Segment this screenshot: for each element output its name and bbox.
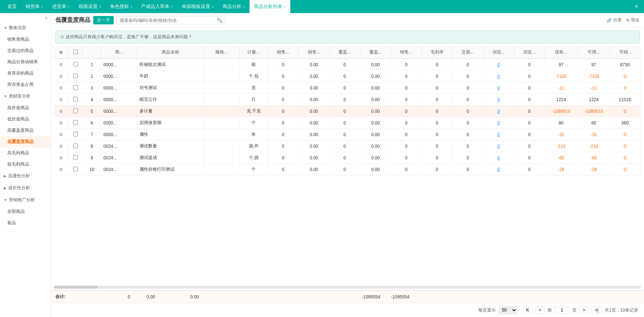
next-page-button[interactable]: > [580, 306, 589, 314]
row-checkbox-cell[interactable] [68, 164, 82, 175]
settings-cell[interactable]: ⚙ [54, 117, 68, 129]
row-browse1-cell[interactable]: 0 [483, 106, 514, 117]
prev-page-button[interactable]: < [535, 306, 545, 314]
row-checkbox-cell[interactable] [68, 152, 82, 164]
row-checkbox[interactable] [73, 74, 78, 78]
browse1-col-header[interactable]: 浏览... [483, 46, 514, 59]
sidebar-section-overall[interactable]: ▼ 整体信息 [0, 22, 51, 34]
nav-product-analysis-list[interactable]: 商品分析列表 × [250, 0, 290, 13]
nav-close-icon[interactable]: × [243, 5, 245, 9]
row-checkbox[interactable] [73, 155, 78, 160]
settings-cell[interactable]: ⚙ [54, 152, 68, 164]
sidebar-item-category-rate[interactable]: 商品分类动销率 [0, 56, 51, 68]
row-browse1-cell[interactable]: 0 [483, 71, 514, 82]
row-browse1-cell[interactable]: 0 [483, 129, 514, 140]
scrollbar-thumb[interactable] [54, 286, 98, 289]
settings-col-header[interactable]: ⚙ [54, 46, 68, 59]
nav-home[interactable]: 首页 [3, 0, 21, 13]
nav-close-icon[interactable]: × [68, 5, 70, 9]
share-button[interactable]: 🔗 分享 [606, 17, 622, 23]
row-browse1-cell[interactable]: 0 [483, 140, 514, 152]
nav-role-auth[interactable]: 角色授权 × [106, 0, 137, 13]
row-checkbox[interactable] [73, 85, 78, 90]
row-browse1-cell[interactable]: 0 [483, 59, 514, 71]
sidebar-item-low-coverage[interactable]: 低覆盖度商品 [0, 136, 51, 147]
row-checkbox[interactable] [73, 97, 78, 102]
date-filter-button[interactable]: 近一月 [93, 16, 114, 24]
sales-qty-col-header[interactable]: 销售... [268, 46, 298, 59]
sidebar-item-new-goods[interactable]: 新品 [0, 217, 51, 229]
current-col-header[interactable]: 现有... [545, 46, 578, 59]
sidebar-item-in-stock[interactable]: 有库存的商品 [0, 68, 51, 79]
row-browse1-cell[interactable]: 0 [483, 152, 514, 164]
horizontal-scrollbar[interactable] [54, 286, 641, 289]
row-checkbox[interactable] [73, 120, 78, 125]
unit-col-header[interactable]: 计量... [240, 46, 268, 59]
row-checkbox-cell[interactable] [68, 94, 82, 106]
row-checkbox[interactable] [73, 108, 78, 113]
row-checkbox[interactable] [73, 143, 78, 148]
browse2-col-header[interactable]: 浏览... [514, 46, 545, 59]
row-checkbox-cell[interactable] [68, 106, 82, 117]
sidebar-item-all-goods[interactable]: 全部商品 [0, 206, 51, 217]
sidebar-section-circulation[interactable]: ▶ 流通性分析 [0, 170, 51, 182]
export-button[interactable]: ↻ 导出 [626, 17, 640, 23]
row-checkbox-cell[interactable] [68, 129, 82, 140]
cover2-col-header[interactable]: 覆盖... [360, 46, 391, 59]
nav-close-icon[interactable]: × [284, 5, 286, 9]
code-col-header[interactable]: 商... [101, 46, 137, 59]
checkbox-col-header[interactable] [68, 46, 82, 59]
last-page-button[interactable]: >| [592, 306, 602, 314]
sales3-col-header[interactable]: 销售... [391, 46, 421, 59]
row-checkbox-cell[interactable] [68, 140, 82, 152]
sidebar-section-growth[interactable]: ▶ 成长性分析 [0, 182, 51, 194]
row-checkbox[interactable] [73, 167, 78, 171]
nav-close-icon[interactable]: × [130, 5, 133, 9]
nav-close-icon[interactable]: × [171, 5, 173, 9]
settings-cell[interactable]: ⚙ [54, 106, 68, 117]
search-icon[interactable]: 🔍 [217, 17, 223, 23]
first-page-button[interactable]: K [523, 306, 533, 314]
sidebar-section-wealth[interactable]: ▼ 类财富分析 [0, 90, 51, 102]
row-browse1-cell[interactable]: 0 [483, 94, 514, 106]
spec-col-header[interactable]: 规格... [204, 46, 240, 59]
nav-permissions[interactable]: 权限设置 × [74, 0, 106, 13]
nav-close-icon[interactable]: × [99, 5, 101, 9]
page-size-select[interactable]: 50 20 100 [499, 306, 517, 314]
page-number-input[interactable] [555, 306, 569, 314]
sidebar-item-sales-goods[interactable]: 销售类商品 [0, 34, 51, 45]
nav-purchase-order[interactable]: 进货单 × [48, 0, 74, 13]
sidebar-section-marketing[interactable]: ▼ 营销推广分析 [0, 194, 51, 206]
settings-cell[interactable]: ⚙ [54, 164, 68, 175]
sidebar-item-high-coverage[interactable]: 高覆盖度商品 [0, 125, 51, 136]
row-browse1-cell[interactable]: 0 [483, 164, 514, 175]
row-checkbox[interactable] [73, 132, 78, 136]
settings-cell[interactable]: ⚙ [54, 94, 68, 106]
settings-cell[interactable]: ⚙ [54, 129, 68, 140]
search-input[interactable] [120, 18, 217, 23]
sidebar-item-high-profit[interactable]: 高毛利商品 [0, 147, 51, 159]
sidebar-item-low-value[interactable]: 低价值商品 [0, 114, 51, 125]
nav-close-icon[interactable]: × [41, 5, 43, 9]
sidebar-item-traded-goods[interactable]: 交易过的商品 [0, 45, 51, 56]
window-close-button[interactable]: × [632, 3, 641, 10]
settings-cell[interactable]: ⚙ [54, 71, 68, 82]
salable-col-header[interactable]: 可销... [610, 46, 641, 59]
trade-col-header[interactable]: 交易... [452, 46, 483, 59]
row-checkbox-cell[interactable] [68, 117, 82, 129]
sidebar-item-low-profit[interactable]: 低毛利商品 [0, 159, 51, 170]
sidebar-item-high-value[interactable]: 高价值商品 [0, 102, 51, 114]
cover1-col-header[interactable]: 覆盖... [329, 46, 360, 59]
row-browse1-cell[interactable]: 0 [483, 117, 514, 129]
settings-cell[interactable]: ⚙ [54, 59, 68, 71]
name-col-header[interactable]: 商品名称 [137, 46, 204, 59]
select-all-checkbox[interactable] [73, 49, 78, 54]
nav-product-warehouse[interactable]: 产成品入库单 × [137, 0, 177, 13]
available-col-header[interactable]: 可用... [577, 46, 610, 59]
gross-rate-col-header[interactable]: 毛利率 [422, 46, 452, 59]
nav-sales-order[interactable]: 销货单 × [21, 0, 48, 13]
sidebar-collapse-button[interactable]: « [0, 13, 51, 22]
sidebar-item-capital-usage[interactable]: 库存资金占用 [0, 79, 51, 90]
row-checkbox[interactable] [73, 62, 78, 67]
row-checkbox-cell[interactable] [68, 59, 82, 71]
